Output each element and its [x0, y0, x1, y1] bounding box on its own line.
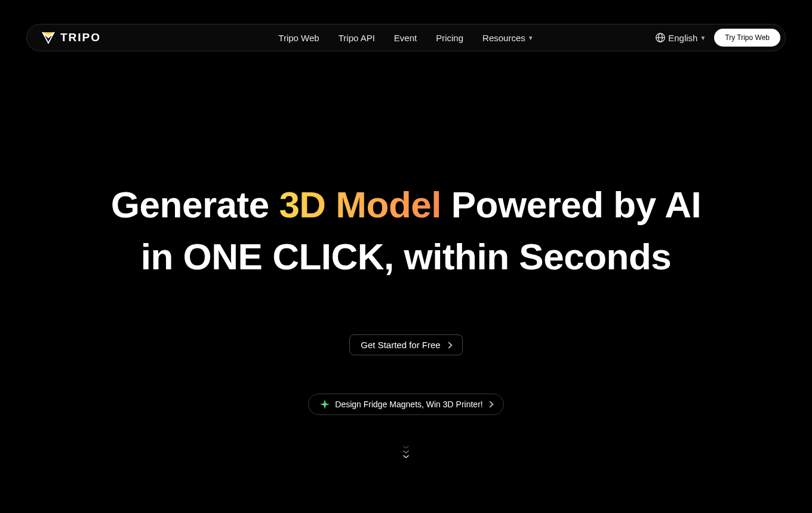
sparkle-icon: [319, 399, 330, 410]
chevron-down-icon: [403, 455, 409, 459]
nav-link-label: Tripo API: [339, 33, 375, 43]
caret-down-icon: ▼: [528, 35, 534, 41]
nav-link-event[interactable]: Event: [394, 33, 417, 43]
language-label: English: [668, 33, 697, 43]
nav-link-label: Resources: [482, 33, 525, 43]
cta-primary-label: Get Started for Free: [361, 340, 440, 350]
chevron-down-icon: [403, 446, 409, 449]
hero-prefix: Generate: [111, 184, 279, 225]
chevron-right-icon: [445, 342, 452, 348]
nav-link-label: Event: [394, 33, 417, 43]
chevron-down-icon: [403, 450, 409, 454]
brand-logo[interactable]: TRIPO: [41, 31, 101, 44]
nav-link-label: Pricing: [436, 33, 463, 43]
main-navigation: TRIPO Tripo Web Tripo API Event Pricing …: [26, 24, 786, 51]
promo-button[interactable]: Design Fridge Magnets, Win 3D Printer!: [308, 394, 503, 415]
cta-container: Get Started for Free Design Fridge Magne…: [0, 334, 812, 415]
logo-icon: [41, 31, 56, 44]
hero-section: Generate 3D Model Powered by AI in ONE C…: [0, 179, 812, 283]
nav-link-resources[interactable]: Resources ▼: [482, 33, 534, 43]
nav-link-tripo-api[interactable]: Tripo API: [339, 33, 375, 43]
caret-down-icon: ▼: [700, 35, 706, 41]
nav-link-tripo-web[interactable]: Tripo Web: [278, 33, 319, 43]
language-selector[interactable]: English ▼: [655, 32, 706, 43]
brand-name: TRIPO: [60, 31, 101, 44]
nav-links-container: Tripo Web Tripo API Event Pricing Resour…: [278, 33, 533, 43]
cta-secondary-label: Design Fridge Magnets, Win 3D Printer!: [335, 400, 482, 409]
chevron-right-icon: [487, 401, 493, 407]
scroll-down-indicator[interactable]: [403, 446, 409, 459]
hero-title: Generate 3D Model Powered by AI in ONE C…: [0, 179, 812, 283]
nav-link-label: Tripo Web: [278, 33, 319, 43]
globe-icon: [655, 32, 666, 43]
try-tripo-web-button[interactable]: Try Tripo Web: [714, 29, 780, 47]
hero-suffix: Powered by AI: [441, 184, 701, 225]
nav-right-container: English ▼ Try Tripo Web: [655, 29, 780, 47]
hero-line2: in ONE CLICK, within Seconds: [141, 236, 671, 277]
hero-highlight: 3D Model: [279, 184, 441, 225]
get-started-button[interactable]: Get Started for Free: [349, 334, 462, 355]
nav-link-pricing[interactable]: Pricing: [436, 33, 463, 43]
